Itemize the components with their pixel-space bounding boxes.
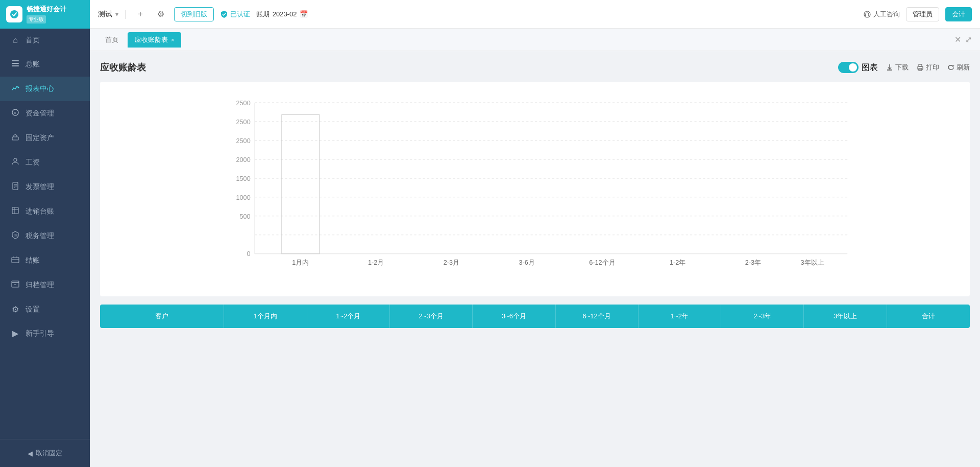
sidebar-item-invoice[interactable]: 发票管理 <box>0 175 90 199</box>
svg-rect-25 <box>865 14 866 16</box>
tabs-bar: 首页 应收账龄表 × ✕ ⤢ <box>90 29 980 51</box>
svg-text:1月内: 1月内 <box>292 259 309 266</box>
svg-text:2500: 2500 <box>236 137 251 145</box>
tab-home-label: 首页 <box>105 35 118 44</box>
col-2-3year: 2~3年 <box>721 305 804 328</box>
shield-icon <box>220 10 228 18</box>
sidebar-label: 税务管理 <box>26 231 54 241</box>
col-1month: 1个月内 <box>224 305 307 328</box>
col-customer: 客户 <box>100 305 224 328</box>
pin-icon: ◀ <box>28 450 33 457</box>
svg-text:税: 税 <box>14 233 18 237</box>
print-icon <box>917 64 924 71</box>
sidebar-item-archive[interactable]: 归档管理 <box>0 273 90 297</box>
project-selector[interactable]: 测试 ▾ <box>98 10 118 19</box>
sidebar-label: 归档管理 <box>26 281 54 290</box>
sidebar-item-tax[interactable]: 税 税务管理 <box>0 224 90 248</box>
svg-rect-7 <box>12 137 18 140</box>
svg-point-0 <box>10 10 18 18</box>
period-value: 2023-02 <box>273 10 297 18</box>
toggle-switch-on <box>838 62 859 73</box>
bar-chart: 2500 2500 2500 2000 1500 1000 500 0 <box>110 92 960 286</box>
assets-icon <box>10 133 20 143</box>
invoice-icon <box>10 182 20 192</box>
svg-rect-55 <box>659 193 697 253</box>
chart-toggle-label: 图表 <box>862 62 878 73</box>
download-button[interactable]: 下载 <box>886 63 909 72</box>
svg-text:1500: 1500 <box>236 175 251 182</box>
tax-icon: 税 <box>10 231 20 241</box>
period-label: 账期 <box>256 10 270 19</box>
sidebar-label: 报表中心 <box>26 84 54 94</box>
sidebar-item-funds[interactable]: ¥ 资金管理 <box>0 101 90 126</box>
svg-text:1-2月: 1-2月 <box>368 259 384 266</box>
svg-rect-56 <box>734 161 772 254</box>
role-button[interactable]: 会计 <box>945 7 972 21</box>
chart-container: 2500 2500 2500 2000 1500 1000 500 0 <box>100 82 970 296</box>
table-header: 客户 1个月内 1~2个月 2~3个月 3~6个月 6~12个月 1~2年 2~… <box>100 305 970 328</box>
calendar-icon[interactable]: 📅 <box>300 10 308 18</box>
sidebar-item-reports[interactable]: 报表中心 <box>0 77 90 101</box>
checkout-icon <box>10 255 20 266</box>
svg-rect-13 <box>12 207 18 214</box>
svg-text:2000: 2000 <box>236 156 251 164</box>
svg-text:1000: 1000 <box>236 194 251 201</box>
home-icon: ⌂ <box>10 36 20 45</box>
svg-text:2-3月: 2-3月 <box>444 259 459 266</box>
page-header: 应收账龄表 图表 下载 <box>100 61 970 74</box>
sidebar-item-sales[interactable]: 进销台账 <box>0 199 90 224</box>
tab-close-icon[interactable]: × <box>171 37 174 43</box>
svg-point-4 <box>18 87 19 88</box>
sidebar-item-checkout[interactable]: 结账 <box>0 248 90 273</box>
tab-aging[interactable]: 应收账龄表 × <box>128 32 181 48</box>
cancel-fixed-label: 取消固定 <box>36 449 62 458</box>
refresh-button[interactable]: 刷新 <box>947 63 970 72</box>
svg-text:3-6月: 3-6月 <box>519 259 535 266</box>
svg-text:2-3年: 2-3年 <box>745 259 761 266</box>
consult-label: 人工咨询 <box>873 10 900 19</box>
funds-icon: ¥ <box>10 108 20 119</box>
chart-toggle[interactable]: 图表 <box>838 62 878 73</box>
salary-icon <box>10 157 20 168</box>
svg-text:3年以上: 3年以上 <box>801 259 824 266</box>
settings-button[interactable]: ⚙ <box>154 7 168 21</box>
sidebar-item-assets[interactable]: 固定资产 <box>0 126 90 150</box>
sidebar-item-salary[interactable]: 工资 <box>0 150 90 175</box>
user-button[interactable]: 管理员 <box>906 7 939 21</box>
certified-badge: 已认证 <box>220 10 250 19</box>
sidebar-item-home[interactable]: ⌂ 首页 <box>0 29 90 52</box>
svg-text:¥: ¥ <box>13 111 16 115</box>
sidebar-item-ledger[interactable]: 总账 <box>0 52 90 77</box>
sidebar-item-guide[interactable]: ▶ 新手引导 <box>0 321 90 345</box>
expand-button[interactable]: ⤢ <box>965 35 972 44</box>
page-actions: 图表 下载 打印 <box>838 62 970 73</box>
sidebar-label: 资金管理 <box>26 109 54 118</box>
sidebar-logo: 畅捷通好会计 专业版 <box>0 0 90 29</box>
tab-aging-label: 应收账龄表 <box>135 35 168 44</box>
sidebar-label: 结账 <box>26 256 40 265</box>
sidebar-label: 发票管理 <box>26 182 54 192</box>
svg-point-8 <box>14 158 17 161</box>
switch-version-button[interactable]: 切到旧版 <box>174 7 214 21</box>
svg-rect-54 <box>583 106 621 253</box>
sidebar-item-label: 首页 <box>26 36 40 45</box>
sidebar-item-settings[interactable]: ⚙ 设置 <box>0 297 90 321</box>
ledger-icon <box>10 59 20 69</box>
archive-icon <box>10 280 20 290</box>
cancel-fixed-button[interactable]: ◀ 取消固定 <box>0 445 90 462</box>
tab-home[interactable]: 首页 <box>98 32 126 48</box>
reports-icon <box>10 84 20 94</box>
svg-rect-17 <box>12 258 19 263</box>
col-1-2month: 1~2个月 <box>307 305 390 328</box>
add-button[interactable]: ＋ <box>133 7 148 21</box>
print-button[interactable]: 打印 <box>917 63 939 72</box>
svg-rect-48 <box>282 114 320 253</box>
certified-label: 已认证 <box>230 10 250 19</box>
sidebar: 畅捷通好会计 专业版 ⌂ 首页 总账 <box>0 0 90 467</box>
consult-button[interactable]: 人工咨询 <box>863 10 900 19</box>
svg-rect-28 <box>919 64 922 66</box>
sales-icon <box>10 206 20 217</box>
sidebar-label: 设置 <box>26 305 40 314</box>
close-tab-button[interactable]: ✕ <box>954 35 961 44</box>
svg-rect-22 <box>12 281 19 283</box>
